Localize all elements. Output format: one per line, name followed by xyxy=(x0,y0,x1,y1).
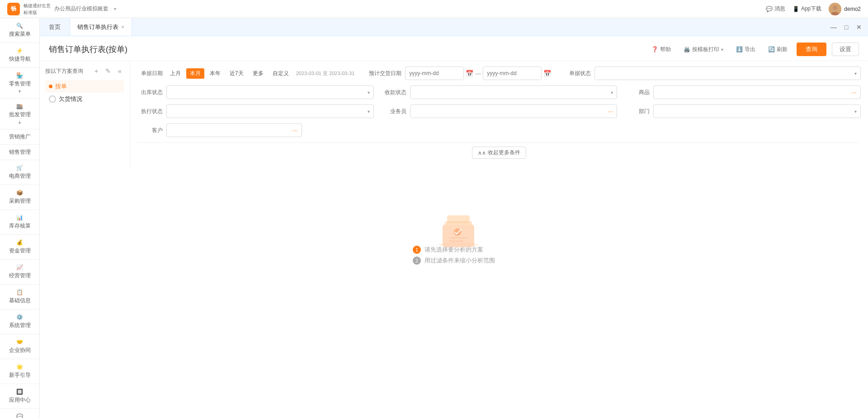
refresh-button[interactable]: 🔄 刷新 xyxy=(764,44,791,55)
breadcrumb-arrow-icon[interactable]: ▾ xyxy=(114,6,116,11)
page-actions: ❓ 帮助 🖨️ 按模板打印 ▾ ⬇️ 导出 🔄 刷新 xyxy=(648,43,859,56)
sidebar-item-search[interactable]: 🔍 搜索菜单 xyxy=(0,18,39,43)
app-center-icon: 🔲 xyxy=(16,389,23,395)
user-area[interactable]: demo2 xyxy=(829,3,861,15)
scheme-active-dot xyxy=(49,85,52,88)
receipt-dropdown[interactable]: ▾ xyxy=(410,86,618,99)
top-bar-left: 畅 畅捷通好生意 标准版 办公用品行业模拟账套 ▾ xyxy=(7,2,116,15)
collapse-bar: ∧∧ 收起更多条件 xyxy=(137,142,861,162)
sidebar-item-basicinfo[interactable]: 📋 基础信息 xyxy=(0,285,39,309)
sidebar: 🔍 搜索菜单 ⚡ 快捷导航 🏪 零售管理 ▼ 🏬 批发管理 ▲ 营销推广 销售管… xyxy=(0,18,40,418)
sidebar-item-inventory[interactable]: 📊 库存核算 xyxy=(0,210,39,235)
goods-ellipsis-icon[interactable]: ··· xyxy=(851,89,857,96)
page-content: 销售订单执行表(按单) ❓ 帮助 🖨️ 按模板打印 ▾ ⬇️ 导出 xyxy=(40,36,868,418)
inventory-icon: 📊 xyxy=(16,214,23,221)
filter-row-3: 执行状态 ▾ 业务员 ··· xyxy=(137,104,861,118)
delivery-calendar-start-icon[interactable]: 📅 xyxy=(466,70,473,77)
filter-group-outbound: 出库状态 ▾ xyxy=(137,86,374,99)
sidebar-item-wholesale[interactable]: 🏬 批发管理 ▲ xyxy=(0,99,39,129)
sidebar-item-collab[interactable]: 🤝 企业协同 xyxy=(0,334,39,359)
sidebar-item-finance[interactable]: 💰 资金管理 xyxy=(0,235,39,260)
help-button[interactable]: ❓ 帮助 xyxy=(648,44,675,55)
print-arrow-icon: ▾ xyxy=(721,47,723,52)
goods-dropdown[interactable]: ··· xyxy=(653,86,861,99)
settings-button[interactable]: 设置 xyxy=(832,43,859,56)
collapse-button[interactable]: ∧∧ 收起更多条件 xyxy=(472,147,526,159)
filter-group-department: 部门 ▾ xyxy=(624,104,861,118)
period-custom[interactable]: 自定义 xyxy=(269,68,292,79)
add-icon: + xyxy=(94,67,98,75)
wechat-icon: 💬 xyxy=(16,413,23,418)
sidebar-item-quicknav[interactable]: ⚡ 快捷导航 xyxy=(0,43,39,68)
docstatus-dropdown[interactable]: ▾ xyxy=(594,66,861,80)
sidebar-item-sales[interactable]: 销售管理 xyxy=(0,145,39,160)
docstatus-label: 单据状态 xyxy=(566,70,591,77)
top-bar-right: 💬 消息 📱 App下载 demo2 xyxy=(766,3,861,15)
window-close-button[interactable]: ✕ xyxy=(854,22,864,33)
filter-row-2: 出库状态 ▾ 收款状态 ▾ xyxy=(137,86,861,99)
breadcrumb: 办公用品行业模拟账套 xyxy=(54,5,108,13)
scheme-item-backorder[interactable]: 欠货情况 xyxy=(45,93,124,105)
window-maximize-button[interactable]: □ xyxy=(841,22,852,33)
message-icon: 💬 xyxy=(766,6,773,12)
filter-group-customer: 客户 ··· xyxy=(137,124,273,137)
outbound-dropdown[interactable]: ▾ xyxy=(166,86,374,99)
print-button[interactable]: 🖨️ 按模板打印 ▾ xyxy=(680,44,727,55)
system-icon: ⚙️ xyxy=(16,314,23,320)
sidebar-item-marketing[interactable]: 营销推广 xyxy=(0,129,39,145)
customer-dropdown[interactable]: ··· xyxy=(166,124,302,137)
filter-group-salesperson: 业务员 ··· xyxy=(381,104,618,118)
management-icon: 📈 xyxy=(16,264,23,271)
period-thisyear[interactable]: 本年 xyxy=(206,68,224,79)
wholesale-arrow-icon: ▲ xyxy=(18,120,22,124)
period-lastmonth[interactable]: 上月 xyxy=(166,68,184,79)
app-download-button[interactable]: 📱 App下载 xyxy=(793,5,821,13)
filter-group-execution: 执行状态 ▾ xyxy=(137,104,374,118)
sidebar-item-system[interactable]: ⚙️ 系统管理 xyxy=(0,309,39,334)
delivery-calendar-end-icon[interactable]: 📅 xyxy=(543,70,551,77)
sidebar-item-management[interactable]: 📈 经营管理 xyxy=(0,260,39,285)
docdate-label: 单据日期 xyxy=(137,70,163,77)
user-name: demo2 xyxy=(844,6,861,12)
window-minimize-button[interactable]: — xyxy=(828,22,839,33)
sidebar-item-guide[interactable]: 🌟 新手引导 xyxy=(0,359,39,384)
ecommerce-icon: 🛒 xyxy=(16,165,23,171)
outbound-arrow-icon: ▾ xyxy=(368,90,370,95)
page-title: 销售订单执行表(按单) xyxy=(49,44,127,55)
customer-ellipsis-icon[interactable]: ··· xyxy=(292,127,298,134)
execution-dropdown[interactable]: ▾ xyxy=(166,104,374,118)
salesperson-dropdown[interactable]: ··· xyxy=(410,104,618,118)
export-button[interactable]: ⬇️ 导出 xyxy=(732,44,759,55)
sidebar-item-appcenter[interactable]: 🔲 应用中心 xyxy=(0,384,39,409)
delivery-label: 预计交货日期 xyxy=(369,70,401,77)
period-more[interactable]: 更多 xyxy=(249,68,267,79)
sidebar-item-retail[interactable]: 🏪 零售管理 ▼ xyxy=(0,68,39,99)
scheme-add-button[interactable]: + xyxy=(92,66,101,76)
scheme-collapse-button[interactable]: « xyxy=(115,66,124,76)
nav-icon: ⚡ xyxy=(16,48,23,54)
query-button[interactable]: 查询 xyxy=(797,43,826,56)
delivery-start-input[interactable] xyxy=(405,66,464,80)
department-dropdown[interactable]: ▾ xyxy=(653,104,861,118)
period-thismonth[interactable]: 本月 xyxy=(186,68,204,79)
outbound-label: 出库状态 xyxy=(137,89,163,96)
tab-home[interactable]: 首页 xyxy=(40,18,70,36)
delivery-end-input[interactable] xyxy=(483,66,542,80)
period-7days[interactable]: 近7天 xyxy=(226,68,247,79)
filter-row-4: 客户 ··· xyxy=(137,124,861,137)
execution-label: 执行状态 xyxy=(137,108,163,115)
sidebar-item-wechat[interactable]: 💬 企业微信 xyxy=(0,409,39,418)
tab-active[interactable]: 销售订单执行表 × xyxy=(70,18,132,36)
content-area: 首页 销售订单执行表 × — □ ✕ 销售订单执行表(按单) ❓ 帮助 xyxy=(40,18,868,418)
purchase-icon: 📦 xyxy=(16,190,23,196)
hint-number-1: 1 xyxy=(413,246,421,254)
logo-icon: 畅 xyxy=(7,3,20,15)
scheme-item-order[interactable]: 按单 xyxy=(45,80,124,93)
sidebar-item-purchase[interactable]: 📦 采购管理 xyxy=(0,185,39,210)
sidebar-item-ecommerce[interactable]: 🛒 电商管理 xyxy=(0,160,39,185)
tab-close-icon[interactable]: × xyxy=(121,24,124,30)
filter-group-receipt: 收款状态 ▾ xyxy=(381,86,618,99)
salesperson-ellipsis-icon[interactable]: ··· xyxy=(608,108,613,115)
message-button[interactable]: 💬 消息 xyxy=(766,5,785,13)
scheme-edit-button[interactable]: ✎ xyxy=(104,66,113,76)
